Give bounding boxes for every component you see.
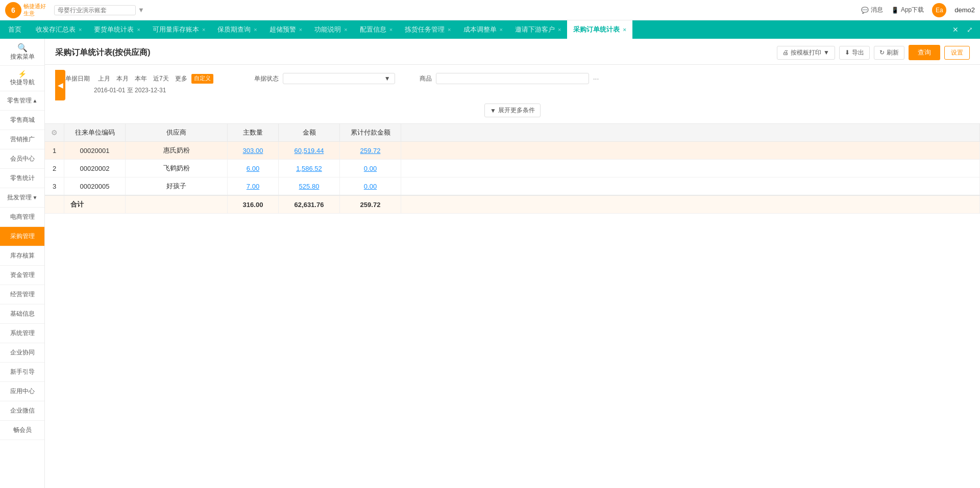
tab-shoufacun[interactable]: 收发存汇总表 × [30,20,88,39]
breadcrumb-input[interactable] [54,5,136,15]
tab-close-gongneng[interactable]: × [344,27,347,33]
cell-qty[interactable]: 7.00 [228,177,279,196]
shortcut-this-year[interactable]: 本年 [133,74,149,84]
tab-peizhi[interactable]: 配置信息 × [354,20,399,39]
tab-close-caigou[interactable]: × [623,27,626,33]
tab-close-keyongliang[interactable]: × [202,27,205,33]
tab-close-peizhi[interactable]: × [389,27,393,33]
page-header: 采购订单统计表(按供应商) 🖨 按模板打印 ▼ ⬇ 导出 ↻ 刷新 查询 设置 [45,39,980,65]
tab-chengben[interactable]: 成本调整单 × [457,20,509,39]
sidebar-item-retail-stats[interactable]: 零售统计 [0,169,44,188]
tab-baozhi[interactable]: 保质期查询 × [211,20,263,39]
tab-caigou-active[interactable]: 采购订单统计表 × [567,20,632,39]
sidebar-label-ecommerce: 电商管理 [10,213,35,220]
sidebar-item-inventory[interactable]: 库存核算 [0,246,44,266]
cell-supplier: 飞鹤奶粉 [126,160,228,177]
cell-amount[interactable]: 1,586.52 [279,160,340,177]
sidebar-item-basic[interactable]: 基础信息 [0,304,44,324]
nav-end-controls: ✕ ⤢ [949,24,980,35]
expand-btn[interactable]: ▼ 展开更多条件 [484,104,541,117]
tab-yaohuo[interactable]: 要货单统计表 × [88,20,146,39]
tab-close-chengben[interactable]: × [500,27,503,33]
footer-empty-supplier [126,195,228,214]
tab-close-yaoqing[interactable]: × [558,27,561,33]
message-btn[interactable]: 💬 消息 [861,6,883,14]
sidebar-item-member2[interactable]: 畅会员 [0,421,44,440]
goods-input[interactable] [436,73,589,84]
th-paid: 累计付款金额 [340,124,401,142]
settings-btn[interactable]: 设置 [944,46,970,60]
message-icon: 💬 [861,7,869,14]
export-icon: ⬇ [845,49,850,56]
tab-jianhuo[interactable]: 拣货任务管理 × [399,20,457,39]
th-qty: 主数量 [228,124,279,142]
sidebar-item-collab[interactable]: 企业协同 [0,343,44,363]
print-icon: 🖨 [782,49,789,56]
tab-close-jianhuo[interactable]: × [448,27,451,33]
column-settings-icon[interactable]: ⚙ [51,129,58,137]
user-avatar[interactable]: Ea [932,3,946,17]
breadcrumb-dropdown-icon[interactable]: ▼ [138,6,144,14]
sidebar-item-marketing[interactable]: 营销推广 [0,130,44,149]
status-label: 单据状态 [254,74,279,83]
export-btn[interactable]: ⬇ 导出 [839,46,870,60]
print-btn[interactable]: 🖨 按模板打印 ▼ [777,46,835,60]
table-row: 1 00020001 惠氏奶粉 303.00 60,519.44 259.72 [45,142,980,160]
query-btn[interactable]: 查询 [909,45,940,60]
logo-area: 6 畅捷通好生意 [5,2,50,18]
status-select[interactable]: ▼ [283,73,395,84]
cell-qty[interactable]: 6.00 [228,160,279,177]
sidebar-search[interactable]: 🔍 搜索菜单 [0,39,44,66]
tab-yaoqing[interactable]: 邀请下游客户 × [509,20,567,39]
tab-keyongliang[interactable]: 可用量库存账本 × [146,20,211,39]
sidebar-item-retail-mgmt[interactable]: 零售管理 ▲ [0,91,44,111]
cell-paid[interactable]: 259.72 [340,142,401,160]
sidebar-item-wechat[interactable]: 企业微信 [0,401,44,421]
goods-label: 商品 [420,74,432,83]
tab-gongneng[interactable]: 功能说明 × [308,20,353,39]
refresh-btn[interactable]: ↻ 刷新 [874,46,904,60]
footer-paid: 259.72 [340,195,401,214]
shortcut-more[interactable]: 更多 [173,74,189,84]
sidebar-item-app-center[interactable]: 应用中心 [0,382,44,401]
tab-close-yaohuo[interactable]: × [137,27,140,33]
message-label: 消息 [871,6,883,14]
sidebar-item-operation[interactable]: 经营管理 [0,285,44,304]
cell-paid[interactable]: 0.00 [340,177,401,196]
footer-qty: 316.00 [228,195,279,214]
sidebar-item-wholesale[interactable]: 批发管理 ▼ [0,188,44,208]
sidebar-item-retail-mall[interactable]: 零售商城 [0,111,44,130]
avatar-text: Ea [936,7,943,14]
toggle-arrow-btn[interactable]: ◀ [55,70,65,100]
shortcut-this-month[interactable]: 本月 [114,74,131,84]
tab-chaochu[interactable]: 超储预警 × [263,20,308,39]
tab-close-baozhi[interactable]: × [254,27,257,33]
cell-extra [401,142,980,160]
nav-close-btn[interactable]: ✕ [949,24,962,35]
shortcut-7days[interactable]: 近7天 [151,74,171,84]
sidebar-item-newbie[interactable]: 新手引导 [0,363,44,382]
cell-amount[interactable]: 60,519.44 [279,142,340,160]
nav-expand-btn[interactable]: ⤢ [964,24,976,35]
tab-close-chaochu[interactable]: × [299,27,302,33]
cell-paid[interactable]: 0.00 [340,160,401,177]
cell-qty[interactable]: 303.00 [228,142,279,160]
content-area: 采购订单统计表(按供应商) 🖨 按模板打印 ▼ ⬇ 导出 ↻ 刷新 查询 设置 [45,39,980,488]
sidebar-item-system[interactable]: 系统管理 [0,324,44,343]
sidebar-item-finance[interactable]: 资金管理 [0,266,44,285]
sidebar-item-ecommerce[interactable]: 电商管理 [0,208,44,227]
sidebar-item-member[interactable]: 会员中心 [0,149,44,169]
sidebar-item-purchase[interactable]: 采购管理 [0,227,44,246]
tab-home[interactable]: 首页 [0,20,30,39]
logo-icon: 6 [5,2,21,18]
table-header-row: ⚙ 往来单位编码 供应商 主数量 金额 累计付款金额 [45,124,980,142]
cell-amount[interactable]: 525.80 [279,177,340,196]
sidebar-quick-nav[interactable]: ⚡ 快捷导航 [0,66,44,91]
tab-close-shoufacun[interactable]: × [79,27,82,33]
shortcut-last-month[interactable]: 上月 [96,74,112,84]
more-options-icon[interactable]: ··· [593,74,599,83]
custom-date-tag[interactable]: 自定义 [191,74,213,84]
breadcrumb-area: ▼ [54,5,857,15]
app-download-btn[interactable]: 📱 App下载 [891,6,924,14]
footer-amount: 62,631.76 [279,195,340,214]
